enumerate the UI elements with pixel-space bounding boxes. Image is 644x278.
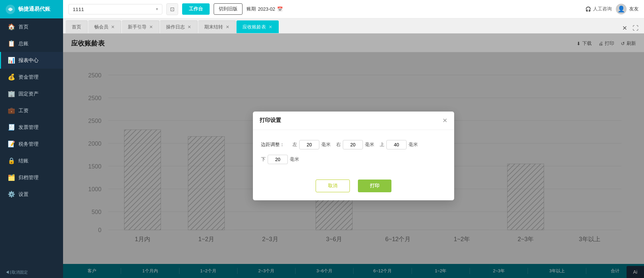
sidebar-item-label-settings: 设置 (18, 191, 29, 198)
tab-oplog[interactable]: 操作日志✕ (160, 20, 198, 33)
sidebar-pin-toggle[interactable]: ◀‖取消固定 (0, 267, 63, 278)
left-label: 左 (292, 142, 297, 148)
modal-footer: 取消 打印 (253, 174, 454, 200)
tab-close-guide[interactable]: ✕ (149, 24, 153, 29)
reports-icon: 📊 (8, 57, 15, 64)
margin-bottom-input[interactable] (268, 155, 288, 164)
tabs-actions: ✕ ⛶ (621, 23, 644, 33)
sidebar-item-label-close: 结账 (18, 158, 29, 164)
tab-label-home: 首页 (72, 24, 81, 30)
tax-icon: 📝 (8, 140, 15, 148)
margin-left-group: 左 毫米 (292, 140, 331, 149)
modal-close-button[interactable]: ✕ (442, 117, 447, 124)
margin-bottom-group: 下 毫米 (261, 155, 299, 164)
sidebar-item-funds[interactable]: 💰 资金管理 (0, 69, 63, 85)
modal-overlay: 打印设置 ✕ 边距调整： 左 毫米 右 毫米 (63, 33, 644, 278)
headset-icon: 🎧 (585, 6, 591, 12)
sidebar-item-archive[interactable]: 🗂️ 归档管理 (0, 169, 63, 186)
sidebar-item-label-funds: 资金管理 (18, 74, 39, 80)
sidebar-item-label-reports: 报表中心 (18, 57, 39, 64)
cancel-button[interactable]: 取消 (316, 180, 350, 192)
copy-button[interactable]: ⊡ (166, 3, 178, 15)
sidebar-item-invoice[interactable]: 🧾 发票管理 (0, 119, 63, 136)
logo-icon (5, 4, 15, 14)
modal-header: 打印设置 ✕ (253, 112, 454, 130)
sidebar-item-label-tax: 税务管理 (18, 141, 39, 147)
sidebar-menu: 🏠 首页 📋 总账 📊 报表中心 💰 资金管理 🏢 固定资产 💼 工资 🧾 发票… (0, 18, 63, 267)
sidebar-item-label-archive: 归档管理 (18, 175, 39, 181)
content-area: 应收账龄表 ⬇ 下载 🖨 打印 ↺ 刷新 (63, 33, 644, 278)
bottom-unit: 毫米 (290, 156, 299, 162)
old-version-button[interactable]: 切到旧版 (214, 3, 243, 15)
margin-top-input[interactable] (386, 140, 407, 149)
tab-period-end[interactable]: 期末结转✕ (198, 20, 236, 33)
app-name: 畅捷通易代账 (18, 6, 50, 13)
period-prefix: 账期 (247, 6, 256, 12)
funds-icon: 💰 (8, 73, 15, 81)
archive-icon: 🗂️ (8, 174, 15, 181)
home-icon: 🏠 (8, 23, 15, 30)
tab-close-receivable-age[interactable]: ✕ (269, 24, 272, 29)
modal-body: 边距调整： 左 毫米 右 毫米 上 (253, 130, 454, 174)
sidebar-item-reports[interactable]: 📊 报表中心 (0, 52, 63, 69)
tab-member[interactable]: 畅会员✕ (88, 20, 121, 33)
sidebar-item-tax[interactable]: 📝 税务管理 (0, 136, 63, 152)
right-unit: 毫米 (365, 142, 374, 148)
sidebar-item-fixed-assets[interactable]: 🏢 固定资产 (0, 85, 63, 102)
tabs-bar: 首页畅会员✕新手引导✕操作日志✕期末结转✕应收账龄表✕ ✕ ⛶ (63, 18, 644, 33)
margin-right-input[interactable] (343, 140, 363, 149)
right-label: 右 (336, 142, 341, 148)
sidebar-item-label-invoice: 发票管理 (18, 124, 39, 131)
company-selector[interactable]: 1111 ▾ (68, 4, 162, 14)
margin-right-group: 右 毫米 (336, 140, 374, 149)
calendar-icon[interactable]: 📅 (277, 6, 283, 12)
top-unit: 毫米 (409, 142, 418, 148)
app-logo: 畅捷通易代账 (0, 0, 63, 18)
user-menu[interactable]: 👤 友友 (616, 4, 639, 14)
close-icon: 🔒 (8, 157, 15, 164)
workbench-button[interactable]: 工作台 (182, 3, 210, 15)
tab-label-guide: 新手引导 (128, 24, 147, 30)
sidebar-item-payroll[interactable]: 💼 工资 (0, 102, 63, 119)
tab-label-member: 畅会员 (94, 24, 108, 30)
modal-title: 打印设置 (260, 117, 281, 124)
bottom-label: 下 (261, 156, 266, 162)
tab-receivable-age[interactable]: 应收账龄表✕ (236, 20, 279, 33)
sidebar-item-settings[interactable]: ⚙️ 设置 (0, 186, 63, 203)
margin-left-input[interactable] (299, 140, 319, 149)
sidebar-item-label-general-ledger: 总账 (18, 41, 29, 47)
confirm-print-button[interactable]: 打印 (358, 180, 391, 192)
tab-close-member[interactable]: ✕ (111, 24, 115, 29)
topbar: 1111 ▾ ⊡ 工作台 切到旧版 账期 2023-02 📅 🎧 人工咨询 👤 … (63, 0, 644, 18)
consult-label: 人工咨询 (593, 6, 612, 12)
tab-guide[interactable]: 新手引导✕ (122, 20, 159, 33)
sidebar-item-general-ledger[interactable]: 📋 总账 (0, 35, 63, 52)
period-value: 2023-02 (258, 6, 275, 12)
left-unit: 毫米 (321, 142, 331, 148)
print-settings-modal: 打印设置 ✕ 边距调整： 左 毫米 右 毫米 (253, 112, 454, 200)
sidebar-item-close[interactable]: 🔒 结账 (0, 152, 63, 169)
invoice-icon: 🧾 (8, 124, 15, 131)
consult-button[interactable]: 🎧 人工咨询 (585, 6, 612, 12)
payroll-icon: 💼 (8, 107, 15, 114)
company-name: 1111 (73, 6, 153, 12)
tab-close-oplog[interactable]: ✕ (187, 24, 191, 29)
fixed-assets-icon: 🏢 (8, 90, 15, 97)
settings-icon: ⚙️ (8, 191, 15, 198)
tab-label-period-end: 期末结转 (204, 24, 223, 30)
sidebar-item-label-home: 首页 (18, 24, 29, 30)
main-area: 1111 ▾ ⊡ 工作台 切到旧版 账期 2023-02 📅 🎧 人工咨询 👤 … (63, 0, 644, 278)
tab-home[interactable]: 首页 (66, 20, 88, 33)
general-ledger-icon: 📋 (8, 40, 15, 47)
tab-close-period-end[interactable]: ✕ (226, 24, 229, 29)
user-name: 友友 (629, 6, 639, 12)
maximize-button[interactable]: ⛶ (631, 23, 640, 33)
copy-icon: ⊡ (170, 6, 174, 12)
sidebar-item-label-fixed-assets: 固定资产 (18, 91, 39, 97)
margin-row: 边距调整： 左 毫米 右 毫米 上 (261, 140, 446, 164)
top-label: 上 (380, 142, 384, 148)
margin-label: 边距调整： (261, 142, 284, 148)
sidebar-item-home[interactable]: 🏠 首页 (0, 18, 63, 35)
margin-top-group: 上 毫米 (380, 140, 418, 149)
close-tab-button[interactable]: ✕ (621, 23, 629, 33)
